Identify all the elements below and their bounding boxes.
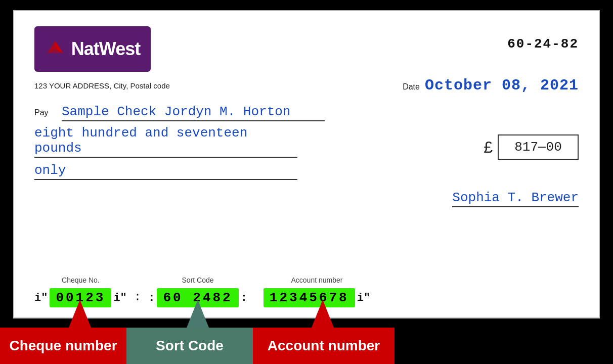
date-row: Date October 08, 2021 (403, 77, 579, 94)
payee-name: Sample Check Jordyn M. Horton (62, 104, 325, 121)
micr-close-bracket-cheque: i" (113, 292, 126, 304)
label-blank-area (395, 328, 613, 364)
date-value: October 08, 2021 (425, 77, 579, 94)
address-text: 123 YOUR ADDRESS, City, Postal code (34, 81, 170, 90)
cheque-document: NatWest 60-24-82 123 YOUR ADDRESS, City,… (13, 10, 600, 318)
amount-row: £ 817—00 (484, 134, 579, 160)
account-number-value: 12345678 (264, 288, 355, 307)
arrow-sort-code (187, 300, 209, 328)
arrow-cheque-number (69, 300, 91, 328)
account-number-label: Account number (291, 276, 343, 284)
amount-words-row: eight hundred and seventeen pounds only (34, 125, 348, 180)
label-account-number: Account number (253, 328, 395, 364)
sort-code-label: Sort Code (182, 276, 214, 284)
cheque-no-label: Cheque No. (62, 276, 100, 284)
label-sort-code: Sort Code (126, 328, 253, 364)
micr-open-bracket-cheque: i" (34, 292, 48, 304)
natwest-wordmark: NatWest (71, 38, 140, 60)
address-date-row: 123 YOUR ADDRESS, City, Postal code Date… (34, 77, 579, 94)
natwest-logo: NatWest (34, 26, 151, 72)
amount-words-line1: eight hundred and seventeen pounds (34, 125, 297, 158)
pay-label: Pay (34, 108, 55, 117)
amount-words-line2: only (34, 163, 297, 180)
bottom-labels-bar: Cheque number Sort Code Account number (0, 328, 613, 364)
label-cheque-number: Cheque number (0, 328, 126, 364)
micr-open-bracket-sort: : (148, 292, 155, 304)
micr-close-bracket-account: i" (357, 292, 370, 304)
pay-row: Pay Sample Check Jordyn M. Horton (34, 104, 348, 121)
natwest-icon (45, 39, 65, 59)
amount-box: 817—00 (498, 134, 579, 160)
cheque-top-row: NatWest 60-24-82 (34, 26, 579, 72)
pound-sign: £ (484, 138, 493, 157)
page-wrapper: NatWest 60-24-82 123 YOUR ADDRESS, City,… (0, 0, 613, 364)
arrow-account-number (312, 300, 334, 328)
left-col: Pay Sample Check Jordyn M. Horton eight … (34, 104, 348, 183)
right-col: £ 817—00 Sophia T. Brewer (417, 104, 579, 207)
sort-code-top-display: 60-24-82 (507, 36, 579, 52)
signature: Sophia T. Brewer (452, 190, 579, 207)
micr-separator-1: : (131, 290, 144, 304)
micr-close-bracket-sort: : (241, 292, 247, 304)
date-label: Date (403, 82, 420, 92)
